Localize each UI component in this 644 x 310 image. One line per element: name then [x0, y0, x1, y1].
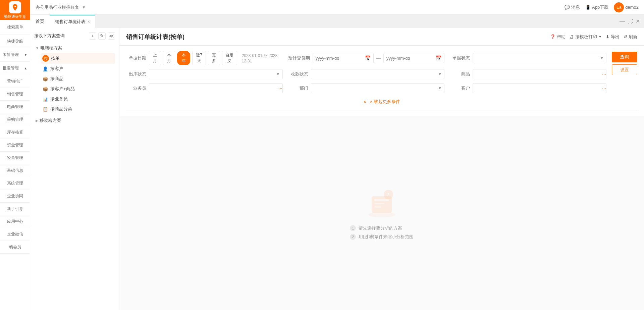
- scheme-by-product[interactable]: 📦 按商品: [41, 74, 115, 84]
- expected-date-end-field[interactable]: [384, 53, 433, 63]
- download-icon: 📱: [585, 5, 591, 10]
- date-btn-7days[interactable]: 近7天: [192, 51, 206, 65]
- add-scheme-btn[interactable]: +: [89, 32, 96, 40]
- delivery-select-wrapper: 未出库 部分出库 全部出库 ▼: [149, 69, 283, 79]
- sidebar-item-newbie[interactable]: 新手引导: [0, 203, 30, 215]
- filter-expected-date-cell: 预计交货期 📅 — 📅: [288, 53, 445, 63]
- salesperson-input[interactable]: [149, 84, 278, 93]
- payment-label: 收款状态: [288, 71, 308, 77]
- sidebar-item-purchase[interactable]: 采购管理: [0, 113, 30, 126]
- scheme-by-category[interactable]: 📋 按商品分类: [41, 104, 115, 114]
- status-select[interactable]: 待审核 已审核 已完成: [473, 53, 606, 63]
- window-minimize[interactable]: —: [620, 18, 625, 24]
- app-download-btn[interactable]: 📱 App下载: [585, 4, 608, 10]
- sidebar-item-retail[interactable]: 零售管理 ▼: [0, 48, 30, 62]
- status-select-wrapper: 待审核 已审核 已完成 ▼: [473, 53, 606, 63]
- empty-state: ? 1 请先选择要分析的方案 2 用[过滤]条件来缩小分析范围: [119, 116, 644, 310]
- date-btn-this-month[interactable]: 本月: [163, 51, 175, 65]
- app-logo[interactable]: 畅捷通好生意: [0, 0, 30, 20]
- date-btn-custom[interactable]: 自定义: [222, 51, 237, 65]
- collapse-icon: ∧: [363, 99, 367, 104]
- sidebar-item-basic[interactable]: 基础信息: [0, 164, 30, 177]
- date-btn-more[interactable]: 更多: [208, 51, 220, 65]
- left-panel: 按以下方案查询 + ✎ ≪ ▼ 电脑端方案 按 按单: [30, 28, 119, 310]
- scheme-by-salesperson[interactable]: 📊 按业务员: [41, 94, 115, 104]
- scheme-by-customer-product[interactable]: 📦 按客户+商品: [41, 84, 115, 94]
- query-button[interactable]: 查询: [612, 52, 637, 62]
- user-profile[interactable]: Ea demo2: [614, 2, 639, 12]
- filter-delivery-cell: 出库状态 未出库 部分出库 全部出库 ▼: [126, 69, 283, 79]
- sidebar-item-appstore[interactable]: 应用中心: [0, 215, 30, 228]
- filter-row-1: 单据日期 上月 本月 本年 近7天 更多 自定义 2023-01-01 至 20…: [126, 51, 606, 65]
- sidebar-item-finance[interactable]: 资金管理: [0, 139, 30, 152]
- window-close[interactable]: ✕: [636, 18, 640, 24]
- department-select-wrapper: ▼: [311, 83, 445, 93]
- help-icon: ❓: [550, 34, 555, 39]
- sidebar-item-inventory[interactable]: 库存核算: [0, 126, 30, 139]
- sidebar-item-member[interactable]: 畅会员: [0, 241, 30, 254]
- filter-department-cell: 部门 ▼: [288, 83, 445, 93]
- settings-button[interactable]: 设置: [612, 64, 637, 75]
- collapse-panel-btn[interactable]: ≪: [108, 32, 115, 40]
- expected-date-start-input: 📅: [313, 53, 374, 63]
- calendar-end-icon[interactable]: 📅: [433, 55, 444, 61]
- customer-label: 客户: [450, 85, 470, 91]
- filter-row-2: 出库状态 未出库 部分出库 全部出库 ▼: [126, 69, 606, 79]
- quick-nav[interactable]: 快捷导航: [0, 35, 30, 48]
- filter-product-cell: 商品 ···: [450, 69, 606, 79]
- mobile-section-label: 移动端方案: [40, 117, 61, 123]
- date-btn-this-year[interactable]: 本年: [177, 51, 191, 65]
- refresh-icon: ↺: [624, 34, 627, 39]
- product-dots-btn[interactable]: ···: [602, 71, 606, 77]
- breadcrumb-dropdown-icon[interactable]: ▼: [82, 5, 86, 10]
- sidebar-item-operations[interactable]: 经营管理: [0, 152, 30, 164]
- scheme-by-customer[interactable]: 👤 按客户: [41, 64, 115, 74]
- sidebar-item-marketing[interactable]: 营销推广: [0, 75, 30, 88]
- filter-salesperson-cell: 业务员 ···: [126, 83, 283, 93]
- sidebar-item-enterprise[interactable]: 企业协同: [0, 190, 30, 203]
- customer-dots-btn[interactable]: ···: [602, 86, 606, 91]
- desktop-scheme-list: 按 按单 👤 按客户 📦 按商品 📦 按客户+商品: [34, 53, 115, 114]
- payment-select[interactable]: 未收款 部分收款 全部收款: [311, 69, 445, 79]
- help-btn[interactable]: ❓ 帮助: [550, 34, 566, 40]
- export-btn[interactable]: ⬇ 导出: [606, 34, 620, 40]
- tab-sales-order[interactable]: 销售订单统计表 ×: [50, 15, 95, 28]
- product-input[interactable]: [473, 69, 602, 79]
- scheme-by-order[interactable]: 按 按单: [41, 53, 115, 64]
- sidebar-item-wholesale[interactable]: 批发管理 ▲: [0, 62, 30, 75]
- filter-payment-cell: 收款状态 未收款 部分收款 全部收款 ▼: [288, 69, 445, 79]
- department-select[interactable]: [311, 83, 445, 93]
- export-icon: ⬇: [606, 34, 609, 39]
- sidebar: 畅捷通好生意 搜索菜单 快捷导航 零售管理 ▼ 批发管理 ▲ 营销推广 销售管理…: [0, 0, 30, 310]
- product-input-wrapper: ···: [473, 69, 606, 79]
- date-btn-last-month[interactable]: 上月: [149, 51, 161, 65]
- sidebar-item-system[interactable]: 系统管理: [0, 177, 30, 190]
- filter-status-cell: 单据状态 待审核 已审核 已完成 ▼: [450, 53, 606, 63]
- message-btn[interactable]: 💬 消息: [565, 4, 580, 10]
- tab-close-icon[interactable]: ×: [88, 19, 90, 24]
- desktop-section-label: 电脑端方案: [40, 45, 62, 51]
- tab-home[interactable]: 首页: [30, 15, 50, 28]
- sidebar-item-sales[interactable]: 销售管理: [0, 88, 30, 101]
- collapse-btn[interactable]: ∧ ∧ 收起更多条件: [358, 96, 406, 107]
- customer-input-wrapper: ···: [473, 83, 606, 93]
- sidebar-item-corpwechat[interactable]: 企业微信: [0, 228, 30, 241]
- delivery-select[interactable]: 未出库 部分出库 全部出库: [149, 69, 283, 79]
- expected-date-start-field[interactable]: [313, 53, 362, 63]
- customer-input[interactable]: [473, 84, 602, 93]
- mobile-section-header[interactable]: ▶ 移动端方案: [34, 115, 115, 125]
- refresh-btn[interactable]: ↺ 刷新: [624, 34, 637, 40]
- edit-scheme-btn[interactable]: ✎: [98, 32, 106, 40]
- logo-icon: [9, 1, 21, 13]
- desktop-section-header[interactable]: ▼ 电脑端方案: [34, 43, 115, 53]
- calendar-start-icon[interactable]: 📅: [362, 55, 373, 61]
- header-right: 💬 消息 📱 App下载 Ea demo2: [565, 2, 639, 12]
- desktop-section: ▼ 电脑端方案 按 按单 👤 按客户 📦 按商品: [34, 43, 115, 114]
- salesperson-dots-btn[interactable]: ···: [278, 86, 282, 91]
- window-maximize[interactable]: ⛶: [628, 18, 633, 24]
- tip-num-1: 1: [350, 225, 356, 231]
- print-btn[interactable]: 🖨 按模板打印 ▼: [570, 34, 602, 40]
- left-panel-header: 按以下方案查询 + ✎ ≪: [34, 32, 115, 40]
- search-menu[interactable]: 搜索菜单: [0, 20, 30, 35]
- sidebar-item-ecommerce[interactable]: 电商管理: [0, 101, 30, 113]
